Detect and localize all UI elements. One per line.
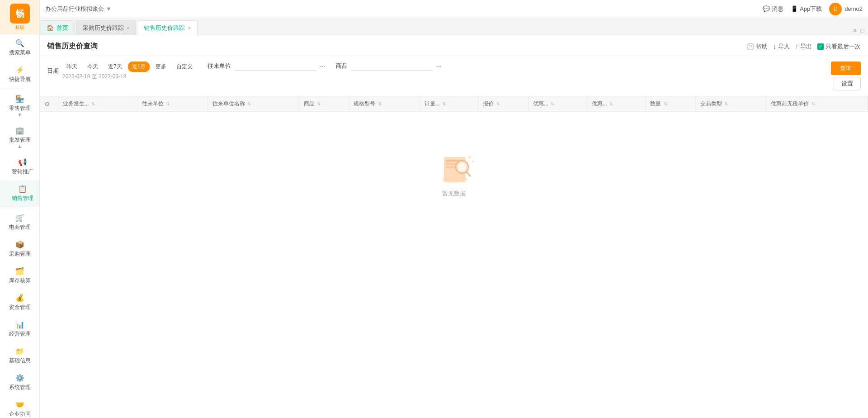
logo[interactable]: 畅 标版 <box>0 0 39 34</box>
sort-icon: ⇅ <box>91 101 95 106</box>
sidebar-item-retail[interactable]: 🏪 零售管理 ▼ <box>0 90 39 122</box>
th-partner-code[interactable]: 往来单位 ⇅ <box>137 96 208 112</box>
operations-icon: 📊 <box>15 320 24 329</box>
logo-subtitle: 标版 <box>15 24 24 31</box>
sidebar-item-sales[interactable]: 📋 销售管理 <box>0 180 39 207</box>
close-icon[interactable]: × <box>127 25 129 31</box>
tab-home[interactable]: 🏠 首页 <box>40 20 75 35</box>
sidebar-item-label: 资金管理 <box>9 304 31 311</box>
sidebar-item-operations[interactable]: 📊 经营管理 <box>0 316 39 342</box>
page-content: 销售历史价查询 ? 帮助 ↓ 导入 ↑ 导出 ✓ 只看最后一次 <box>40 35 868 418</box>
tab-label: 采购历史价跟踪 <box>83 24 124 32</box>
tab-sales[interactable]: 销售历史价跟踪 × <box>137 20 197 35</box>
sidebar-item-search[interactable]: 🔍 搜索菜单 <box>0 34 39 61</box>
sidebar-item-ecommerce[interactable]: 🛒 电商管理 <box>0 209 39 236</box>
partner-dots-icon[interactable]: ··· <box>320 62 325 70</box>
sales-icon: 📋 <box>18 185 27 193</box>
export-action[interactable]: ↑ 导出 <box>795 43 812 51</box>
date-filter-label: 日期 <box>47 67 59 75</box>
ecommerce-icon: 🛒 <box>15 214 24 222</box>
import-action[interactable]: ↓ 导入 <box>773 43 790 51</box>
base-icon: 📁 <box>15 347 24 356</box>
th-spec[interactable]: 规格型号 ⇅ <box>349 96 420 112</box>
date-filter-group: 日期 昨天 今天 近7天 近1月 更多 自定义 2023-02-18 至 202… <box>47 62 197 81</box>
th-unit[interactable]: 计量... ⇅ <box>420 96 478 112</box>
sidebar-item-enterprise[interactable]: 🤝 企业协同 <box>0 396 39 418</box>
th-label: 数量 <box>650 100 661 107</box>
sort-icon: ⇅ <box>551 101 554 106</box>
chevron-up-icon: ▲ <box>18 144 22 149</box>
empty-illustration <box>436 148 476 189</box>
th-label: 商品 <box>304 100 315 107</box>
sidebar-item-marketing[interactable]: 📢 营销推广 <box>0 153 39 180</box>
product-filter-input[interactable] <box>351 62 433 71</box>
sort-icon: ⇅ <box>496 101 500 106</box>
import-icon: ↓ <box>773 43 776 50</box>
empty-text: 暂无数据 <box>442 190 466 198</box>
divider <box>0 89 24 89</box>
settings-button[interactable]: 设置 <box>834 77 861 90</box>
app-download-action[interactable]: 📱 App下载 <box>791 5 822 13</box>
help-action[interactable]: ? 帮助 <box>747 43 768 51</box>
product-dots-icon[interactable]: ··· <box>436 62 442 70</box>
date-btn-last1m[interactable]: 近1月 <box>128 62 150 72</box>
th-label: 业务发生... <box>63 100 89 107</box>
th-label: 计量... <box>425 100 440 107</box>
purchase-icon: 📦 <box>15 240 24 249</box>
only-last-label: 只看最后一次 <box>826 43 861 51</box>
th-tax-price[interactable]: 优惠前无税单价 ⇅ <box>766 96 868 112</box>
tab-purchase[interactable]: 采购历史价跟踪 × <box>76 20 136 35</box>
sidebar-item-purchase[interactable]: 📦 采购管理 <box>0 236 39 262</box>
only-last-checkbox[interactable]: ✓ 只看最后一次 <box>817 43 861 51</box>
date-range-text: 2023-02-18 至 2023-03-18 <box>62 73 197 81</box>
th-product[interactable]: 商品 ⇅ <box>299 96 349 112</box>
gear-icon[interactable]: ⚙ <box>44 100 50 108</box>
partner-filter-input[interactable] <box>235 62 316 71</box>
th-label: 往来单位 <box>142 100 164 107</box>
sort-icon: ⇅ <box>378 101 382 106</box>
divider <box>0 208 24 208</box>
sort-icon: ⇅ <box>811 101 815 106</box>
phone-icon: 📱 <box>791 5 798 12</box>
retail-icon: 🏪 <box>15 95 24 103</box>
date-btn-last7[interactable]: 近7天 <box>104 62 126 72</box>
sidebar-item-base[interactable]: 📁 基础信息 <box>0 342 39 369</box>
message-action[interactable]: 💬 消息 <box>763 5 783 13</box>
product-filter-label: 商品 <box>336 62 348 70</box>
date-btn-more[interactable]: 更多 <box>151 62 170 72</box>
tab-label: 首页 <box>57 24 68 32</box>
sidebar-item-shortcut[interactable]: ⚡ 快捷导航 <box>0 61 39 88</box>
product-filter-group: 商品 ··· <box>336 62 442 71</box>
window-maximize-icon[interactable]: □ <box>861 27 864 34</box>
system-icon: ⚙️ <box>15 374 24 382</box>
query-button[interactable]: 查询 <box>831 62 861 75</box>
sidebar-item-inventory[interactable]: 🗂️ 库存核算 <box>0 262 39 289</box>
dropdown-arrow-icon[interactable]: ▼ <box>106 5 112 12</box>
sidebar-item-label: 搜索菜单 <box>9 49 31 57</box>
date-btn-custom[interactable]: 自定义 <box>172 62 197 72</box>
export-icon: ↑ <box>795 43 798 50</box>
user-profile[interactable]: D demo2 <box>829 3 863 15</box>
sidebar-item-wholesale[interactable]: 🏢 批发管理 ▲ <box>0 122 39 153</box>
sidebar-item-finance[interactable]: 💰 资金管理 <box>0 289 39 316</box>
close-icon[interactable]: × <box>188 25 190 31</box>
sidebar-item-system[interactable]: ⚙️ 系统管理 <box>0 369 39 396</box>
enterprise-icon: 🤝 <box>15 400 24 409</box>
date-btn-today[interactable]: 今天 <box>83 62 102 72</box>
marketing-icon: 📢 <box>18 158 27 166</box>
th-trade-type[interactable]: 交易类型 ⇅ <box>696 96 766 112</box>
filter-right-actions: 查询 设置 <box>831 62 861 90</box>
th-label: 规格型号 <box>354 100 375 107</box>
th-discount1[interactable]: 优惠... ⇅ <box>528 96 587 112</box>
th-quantity[interactable]: 数量 ⇅ <box>646 96 696 112</box>
th-price[interactable]: 报价 ⇅ <box>478 96 528 112</box>
sidebar-nav: 🔍 搜索菜单 ⚡ 快捷导航 🏪 零售管理 ▼ 🏢 批发管理 ▲ 📢 营销推广 📋… <box>0 34 39 418</box>
th-partner-name[interactable]: 往来单位名称 ⇅ <box>208 96 299 112</box>
sidebar-item-label: 库存核算 <box>9 277 31 285</box>
window-close-icon[interactable]: × <box>853 27 857 35</box>
svg-rect-2 <box>446 160 459 162</box>
th-label: 优惠前无税单价 <box>771 100 809 107</box>
th-biz-date[interactable]: 业务发生... ⇅ <box>58 96 137 112</box>
date-btn-yesterday[interactable]: 昨天 <box>62 62 81 72</box>
th-discount2[interactable]: 优惠... ⇅ <box>587 96 646 112</box>
